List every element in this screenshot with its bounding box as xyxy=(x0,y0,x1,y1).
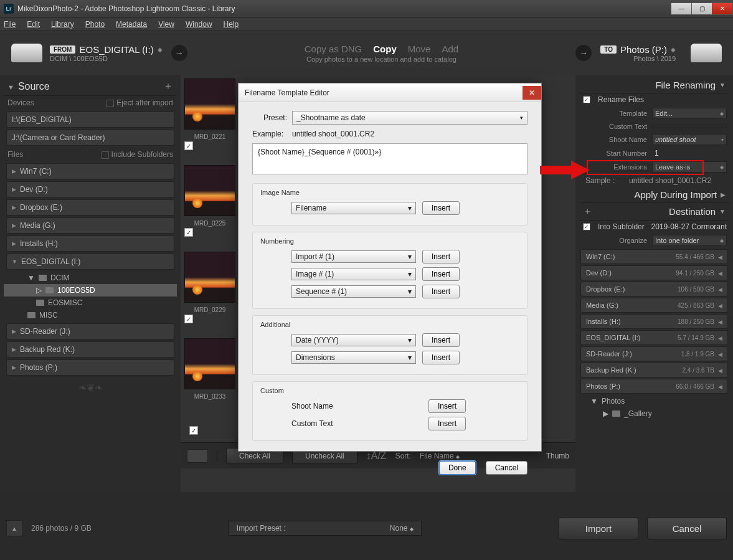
drive-item[interactable]: ▶Installs (H:) xyxy=(6,235,174,252)
menu-view[interactable]: View xyxy=(158,20,174,29)
drive-item-open[interactable]: ▼EOS_DIGITAL (I:) xyxy=(6,254,174,270)
custom-text-label: Custom Text xyxy=(291,419,348,428)
image-num-dropdown[interactable]: Image # (1)▾ xyxy=(291,268,416,280)
import-button[interactable]: Import xyxy=(559,518,638,539)
shoot-name-input[interactable]: untitled shoot▾ xyxy=(652,134,727,145)
menu-edit[interactable]: Edit xyxy=(27,20,40,29)
insert-button[interactable]: Insert xyxy=(422,267,460,281)
insert-button[interactable]: Insert xyxy=(422,250,460,263)
insert-button[interactable]: Insert xyxy=(422,333,460,347)
folder-100eos5d[interactable]: ▷100EOS5D xyxy=(4,284,177,297)
grid-view-icon[interactable] xyxy=(187,449,208,463)
destination-drive-item[interactable]: Dev (D:)94.1 / 250 GB◀ xyxy=(580,265,728,280)
date-dropdown[interactable]: Date (YYYY)▾ xyxy=(291,334,416,346)
cancel-button[interactable]: Cancel xyxy=(647,518,727,539)
drive-item[interactable]: ▶Backup Red (K:) xyxy=(6,341,174,358)
drive-item[interactable]: ▶Photos (P:) xyxy=(6,359,174,376)
dest-device-icon xyxy=(691,44,722,62)
done-button[interactable]: Done xyxy=(439,461,476,475)
menu-window[interactable]: Window xyxy=(186,20,212,29)
thumb-checkbox[interactable]: ✓ xyxy=(184,141,193,150)
cancel-button[interactable]: Cancel xyxy=(486,461,527,475)
destination-drive-item[interactable]: Photos (P:)66.0 / 466 GB◀ xyxy=(580,379,728,394)
custom-text-input[interactable] xyxy=(652,125,727,128)
minimize-button[interactable]: — xyxy=(671,2,692,15)
dest-folder[interactable]: ▶_Gallery xyxy=(579,407,729,420)
destination-drive-item[interactable]: Media (G:)425 / 863 GB◀ xyxy=(580,298,728,313)
maximize-button[interactable]: ▢ xyxy=(691,2,712,15)
thumb-filename: MRD_0221 xyxy=(194,133,226,140)
template-text-input[interactable]: {Shoot Name}_{Sequence # (0001)»} xyxy=(252,143,527,174)
sequence-num-dropdown[interactable]: Sequence # (1)▾ xyxy=(291,285,416,298)
destination-drive-item[interactable]: EOS_DIGITAL (I:)5.7 / 14.9 GB◀ xyxy=(580,330,728,345)
collapse-icon[interactable]: ▶ xyxy=(721,191,726,198)
from-dropdown-icon[interactable]: ◆ xyxy=(158,46,163,53)
thumb-checkbox[interactable]: ✓ xyxy=(189,426,198,435)
photo-thumbnail[interactable] xyxy=(184,252,235,303)
folder-misc[interactable]: MISC xyxy=(4,309,177,321)
menu-photo[interactable]: Photo xyxy=(85,20,105,29)
opt-add[interactable]: Add xyxy=(442,44,458,54)
photo-thumbnail[interactable] xyxy=(184,165,235,216)
thumb-checkbox[interactable]: ✓ xyxy=(184,315,193,323)
menu-help[interactable]: Help xyxy=(224,20,239,29)
menu-file[interactable]: File xyxy=(4,20,16,29)
insert-button[interactable]: Insert xyxy=(422,351,460,364)
drive-item[interactable]: ▶Dropbox (E:) xyxy=(6,199,174,216)
thumb-checkbox[interactable]: ✓ xyxy=(184,228,193,237)
into-subfolder-checkbox[interactable]: ✓ xyxy=(583,223,590,230)
import-num-dropdown[interactable]: Import # (1)▾ xyxy=(291,250,416,263)
menu-library[interactable]: Library xyxy=(51,20,74,29)
device-item[interactable]: J:\(Camera or Card Reader) xyxy=(6,130,174,146)
drive-item[interactable]: ▶Dev (D:) xyxy=(6,181,174,197)
preset-dropdown[interactable]: _Shootname as date▾ xyxy=(292,111,527,125)
drive-item[interactable]: ▶SD-Reader (J:) xyxy=(6,323,174,339)
destination-drive-item[interactable]: Backup Red (K:)2.4 / 3.6 TB◀ xyxy=(580,363,728,377)
destination-drive-item[interactable]: Dropbox (E:)106 / 500 GB◀ xyxy=(580,282,728,297)
start-number-value: 1 xyxy=(652,149,727,158)
collapse-icon[interactable]: ▼ xyxy=(719,82,726,88)
subfolder-name[interactable]: 2019-08-27 Cormorant xyxy=(651,222,727,231)
menu-metadata[interactable]: Metadata xyxy=(116,20,147,29)
destination-drive-item[interactable]: Win7 (C:)55.4 / 466 GB◀ xyxy=(580,249,728,264)
photo-thumbnail[interactable] xyxy=(184,338,235,389)
to-dest[interactable]: Photos (P:) xyxy=(620,44,667,55)
rename-files-checkbox[interactable]: ✓ xyxy=(583,96,590,103)
insert-button[interactable]: Insert xyxy=(428,399,466,413)
photo-thumbnail[interactable] xyxy=(184,78,235,130)
insert-button[interactable]: Insert xyxy=(422,201,460,215)
import-preset-dropdown[interactable]: Import Preset :None ◆ xyxy=(229,521,422,536)
folder-icon xyxy=(39,275,47,281)
include-subfolders-checkbox[interactable] xyxy=(102,151,109,159)
opt-copy-dng[interactable]: Copy as DNG xyxy=(305,44,362,54)
add-source-icon[interactable]: ＋ xyxy=(163,80,173,93)
organize-dropdown[interactable]: Into one folder◆ xyxy=(652,235,727,246)
collapse-icon[interactable]: ▼ xyxy=(719,208,726,215)
start-number-label: Start Number xyxy=(607,149,647,157)
opt-move[interactable]: Move xyxy=(408,44,431,54)
template-dropdown[interactable]: Edit...◆ xyxy=(652,108,727,119)
insert-button[interactable]: Insert xyxy=(422,285,460,298)
expand-panel-icon[interactable]: ▲ xyxy=(6,520,22,536)
sample-label: Sample : xyxy=(585,176,615,185)
dimensions-dropdown[interactable]: Dimensions▾ xyxy=(291,351,416,364)
destination-drive-item[interactable]: Installs (H:)188 / 250 GB◀ xyxy=(580,314,728,329)
insert-button[interactable]: Insert xyxy=(428,417,466,430)
folder-eosmisc[interactable]: EOSMISC xyxy=(4,297,177,309)
destination-drive-item[interactable]: SD-Reader (J:)1.8 / 1.9 GB◀ xyxy=(580,346,728,361)
device-item[interactable]: I:\(EOS_DIGITAL) xyxy=(6,112,174,128)
collapse-icon[interactable]: ▼ xyxy=(7,83,14,91)
add-dest-icon[interactable]: ＋ xyxy=(583,206,592,217)
drive-item[interactable]: ▶Media (G:) xyxy=(6,217,174,234)
folder-dcim[interactable]: ▼DCIM xyxy=(4,272,177,284)
drive-item[interactable]: ▶Win7 (C:) xyxy=(6,163,174,179)
opt-copy[interactable]: Copy xyxy=(373,44,397,54)
filename-dropdown[interactable]: Filename▾ xyxy=(291,202,416,214)
close-button[interactable]: ✕ xyxy=(712,2,733,15)
eject-checkbox[interactable] xyxy=(106,100,114,107)
to-dropdown-icon[interactable]: ◆ xyxy=(671,46,676,53)
from-source[interactable]: EOS_DIGITAL (I:) xyxy=(79,44,153,55)
dialog-close-button[interactable]: ✕ xyxy=(523,86,541,100)
dest-folder[interactable]: ▼Photos xyxy=(579,395,729,407)
organize-label: Organize xyxy=(619,237,647,244)
